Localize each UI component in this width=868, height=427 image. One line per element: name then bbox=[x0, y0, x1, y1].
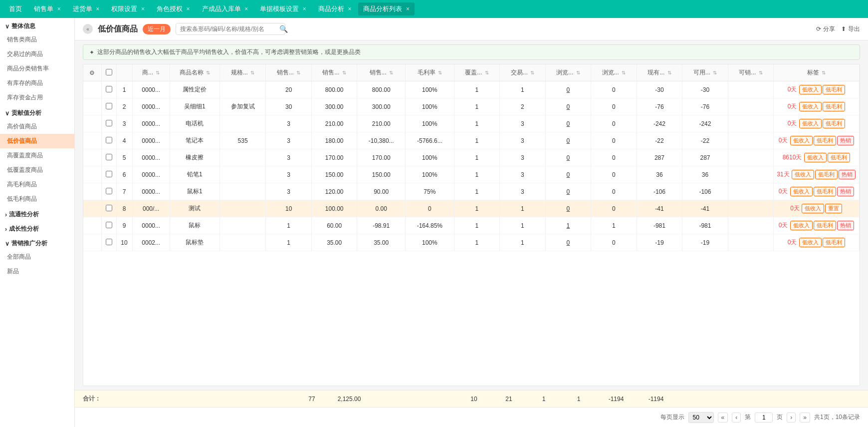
page-number-input[interactable] bbox=[755, 413, 773, 423]
export-button[interactable]: ⬆ 导出 bbox=[841, 25, 860, 33]
next-page-button[interactable]: › bbox=[787, 413, 796, 423]
sidebar-group-marketing[interactable]: ∨ 营销推广分析 bbox=[0, 235, 74, 250]
code-column-header[interactable]: 商... ⇅ bbox=[132, 64, 170, 81]
sidebar-group-circulation[interactable]: › 流通性分析 bbox=[0, 206, 74, 221]
view2-column-header[interactable]: 浏览... ⇅ bbox=[591, 64, 637, 81]
view1-link[interactable]: 0 bbox=[567, 188, 570, 195]
collapse-button[interactable]: « bbox=[83, 24, 93, 34]
coverage-column-header[interactable]: 覆盖... ⇅ bbox=[454, 64, 500, 81]
row-checkbox[interactable] bbox=[106, 120, 112, 126]
sidebar-item-high-coverage[interactable]: 高覆盖度商品 bbox=[0, 148, 74, 163]
view1-column-header[interactable]: 浏览... ⇅ bbox=[545, 64, 591, 81]
sidebar-item-low-value[interactable]: 低价值商品 bbox=[0, 134, 74, 148]
sidebar-item-high-margin[interactable]: 高毛利商品 bbox=[0, 177, 74, 192]
sidebar-group-growth[interactable]: › 成长性分析 bbox=[0, 221, 74, 235]
nav-role[interactable]: 角色授权 × bbox=[152, 2, 195, 15]
checkbox-cell[interactable] bbox=[101, 81, 116, 98]
sidebar-item-stock-capital[interactable]: 库存资金占用 bbox=[0, 90, 74, 105]
spec-cell bbox=[219, 183, 266, 200]
nav-sales[interactable]: 销售单 × bbox=[29, 2, 66, 15]
row-checkbox[interactable] bbox=[106, 103, 112, 109]
checkbox-cell[interactable] bbox=[101, 217, 116, 234]
code-cell: 0002... bbox=[132, 234, 170, 251]
sidebar-group-contribution[interactable]: ∨ 贡献值分析 bbox=[0, 105, 74, 119]
checkbox-cell[interactable] bbox=[101, 132, 116, 149]
checkbox-column-header[interactable] bbox=[101, 64, 116, 81]
nav-home[interactable]: 首页 bbox=[4, 2, 27, 15]
checkbox-cell[interactable] bbox=[101, 149, 116, 166]
spec-column-header[interactable]: 规格... ⇅ bbox=[219, 64, 266, 81]
close-icon[interactable]: × bbox=[96, 5, 99, 12]
view1-link[interactable]: 0 bbox=[567, 171, 570, 178]
view1-link[interactable]: 0 bbox=[567, 154, 570, 161]
sidebar-item-all-products[interactable]: 全部商品 bbox=[0, 250, 74, 264]
close-icon[interactable]: × bbox=[244, 5, 248, 12]
checkbox-cell[interactable] bbox=[101, 234, 116, 251]
saleable-column-header[interactable]: 可销... ⇅ bbox=[728, 64, 774, 81]
row-checkbox[interactable] bbox=[106, 205, 112, 211]
transaction-column-header[interactable]: 交易... ⇅ bbox=[500, 64, 546, 81]
sale-qty-column-header[interactable]: 销售... ⇅ bbox=[266, 64, 312, 81]
view1-link[interactable]: 0 bbox=[567, 103, 570, 110]
nav-permission[interactable]: 权限设置 × bbox=[106, 2, 150, 15]
view1-link[interactable]: 0 bbox=[567, 120, 570, 127]
nav-purchase[interactable]: 进货单 × bbox=[68, 2, 105, 15]
checkbox-cell[interactable] bbox=[101, 166, 116, 183]
last-page-button[interactable]: » bbox=[800, 413, 810, 423]
row-checkbox[interactable] bbox=[106, 239, 112, 245]
row-checkbox[interactable] bbox=[106, 86, 112, 92]
row-checkbox[interactable] bbox=[106, 222, 112, 228]
row-checkbox[interactable] bbox=[106, 171, 112, 177]
close-icon[interactable]: × bbox=[303, 5, 306, 12]
share-button[interactable]: ⟳ 分享 bbox=[816, 25, 835, 33]
view1-link[interactable]: 0 bbox=[567, 239, 570, 246]
sale-amount-column-header[interactable]: 销售... ⇅ bbox=[311, 64, 357, 81]
nav-template[interactable]: 单据模板设置 × bbox=[255, 2, 311, 15]
search-input[interactable] bbox=[176, 23, 285, 35]
available-column-header[interactable]: 可用... ⇅ bbox=[682, 64, 728, 81]
sidebar-item-sales-products[interactable]: 销售类商品 bbox=[0, 32, 74, 47]
checkbox-cell[interactable] bbox=[101, 98, 116, 115]
current-stock-column-header[interactable]: 现有... ⇅ bbox=[637, 64, 682, 81]
nav-product-in[interactable]: 产成品入库单 × bbox=[197, 2, 253, 15]
select-all-checkbox[interactable] bbox=[106, 69, 112, 75]
checkbox-cell[interactable] bbox=[101, 200, 116, 217]
sidebar-item-new-products[interactable]: 新品 bbox=[0, 264, 74, 279]
sidebar-item-category-rate[interactable]: 商品分类销售率 bbox=[0, 61, 74, 76]
name-column-header[interactable]: 商品名称 ⇅ bbox=[170, 64, 219, 81]
row-num: 1 bbox=[116, 81, 132, 98]
close-icon[interactable]: × bbox=[348, 5, 351, 12]
sidebar-item-high-value[interactable]: 高价值商品 bbox=[0, 119, 74, 134]
view1-link[interactable]: 1 bbox=[567, 222, 570, 229]
filter-tag-month[interactable]: 近一月 bbox=[143, 24, 171, 34]
sidebar-item-traded[interactable]: 交易过的商品 bbox=[0, 47, 74, 61]
close-icon[interactable]: × bbox=[141, 5, 145, 12]
close-icon[interactable]: × bbox=[57, 5, 61, 12]
view1-link[interactable]: 0 bbox=[567, 205, 570, 212]
close-icon[interactable]: × bbox=[187, 5, 190, 12]
sidebar-item-low-margin[interactable]: 低毛利商品 bbox=[0, 192, 74, 206]
sidebar-group-overall[interactable]: ∨ 整体信息 bbox=[0, 18, 74, 32]
sidebar-item-with-stock[interactable]: 有库存的商品 bbox=[0, 76, 74, 90]
row-checkbox[interactable] bbox=[106, 188, 112, 194]
tags-column-header[interactable]: 标签 ⇅ bbox=[774, 64, 860, 81]
settings-column-header[interactable]: ⚙ bbox=[83, 64, 101, 81]
first-page-button[interactable]: « bbox=[718, 413, 728, 423]
view1-link[interactable]: 0 bbox=[567, 137, 570, 144]
prev-page-button[interactable]: ‹ bbox=[732, 413, 741, 423]
search-icon[interactable]: 🔍 bbox=[279, 25, 288, 33]
nav-analysis[interactable]: 商品分析 × bbox=[313, 2, 357, 15]
row-checkbox[interactable] bbox=[106, 154, 112, 160]
sidebar-item-low-coverage[interactable]: 低覆盖度商品 bbox=[0, 163, 74, 177]
table-row: 10 0002... 鼠标垫 1 35.00 35.00 100% 1 1 0 … bbox=[83, 234, 860, 251]
nav-analysis-list[interactable]: 商品分析列表 × bbox=[358, 2, 415, 15]
margin-column-header[interactable]: 毛利率 ⇅ bbox=[406, 64, 454, 81]
margin-cell: -164.85% bbox=[406, 217, 454, 234]
sale-price-column-header[interactable]: 销售... ⇅ bbox=[357, 64, 406, 81]
row-checkbox[interactable] bbox=[106, 137, 112, 143]
page-size-select[interactable]: 50 20 100 bbox=[688, 412, 714, 423]
checkbox-cell[interactable] bbox=[101, 115, 116, 132]
close-icon[interactable]: × bbox=[406, 5, 410, 12]
view1-link[interactable]: 0 bbox=[567, 86, 570, 93]
checkbox-cell[interactable] bbox=[101, 183, 116, 200]
